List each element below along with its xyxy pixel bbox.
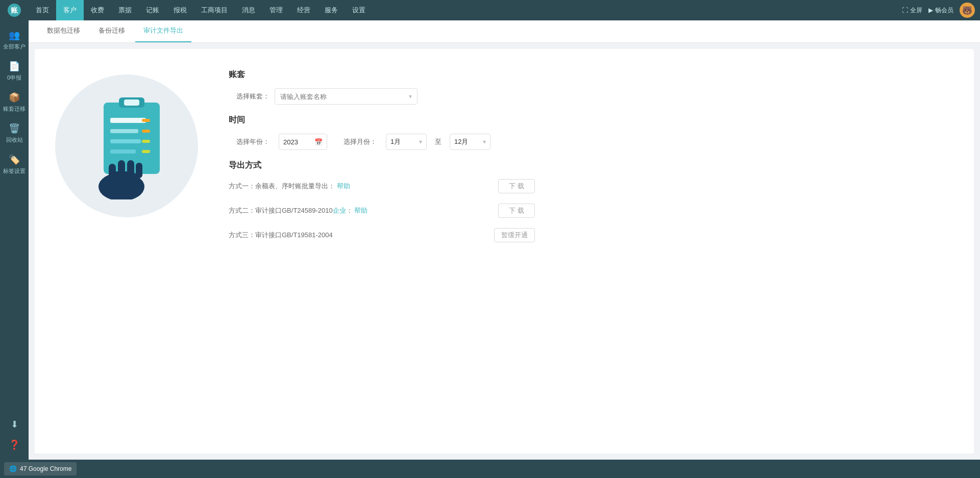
- nav-item-bookkeeping[interactable]: 记账: [139, 0, 166, 20]
- fullscreen-icon: ⛶: [902, 7, 908, 14]
- form-area: 账套 选择账套： ▾ 时间 选择年份： 📅: [229, 64, 535, 253]
- account-select-input[interactable]: ▾: [275, 88, 418, 105]
- sidebar-icon-tag-settings: 🏷️: [9, 154, 20, 165]
- sidebar-items: 👥全部客户📄0申报📦账套迁移🗑️回收站🏷️标签设置: [3, 24, 26, 180]
- nav-item-bizproject[interactable]: 工商项目: [194, 0, 235, 20]
- sidebar-label-account-migration: 账套迁移: [3, 105, 26, 113]
- sidebar-download-icon[interactable]: ⬇: [8, 416, 21, 433]
- svg-rect-16: [118, 160, 125, 178]
- sidebar-item-zero-filing[interactable]: 📄0申报: [3, 56, 26, 87]
- account-name-input[interactable]: [280, 93, 409, 100]
- illustration-svg: [81, 92, 173, 199]
- svg-rect-17: [127, 160, 134, 178]
- export-method-row-2: 方式二：审计接口GB/T24589-2010企业： 帮助 下 载: [229, 204, 535, 218]
- export-method-row-1: 方式一：余额表、序时账批量导出： 帮助 下 载: [229, 179, 535, 193]
- taskbar: 🌐 47 Google Chrome: [0, 460, 980, 478]
- nav-item-settings[interactable]: 设置: [345, 0, 373, 20]
- method2-text: 方式二：审计接口GB/T24589-2010: [229, 207, 333, 214]
- avatar[interactable]: 🐻: [960, 3, 975, 18]
- export-method-row-3: 方式三：审计接口GB/T19581-2004 暂缓开通: [229, 228, 535, 242]
- nav-item-operation[interactable]: 经营: [290, 0, 317, 20]
- export-section-title: 导出方式: [229, 160, 535, 171]
- main-layout: 👥全部客户📄0申报📦账套迁移🗑️回收站🏷️标签设置 ⬇ ❓ 数据包迁移 备份迁移…: [0, 20, 980, 460]
- nav-item-manage[interactable]: 管理: [262, 0, 290, 20]
- page-content: 账套 选择账套： ▾ 时间 选择年份： 📅: [35, 49, 974, 454]
- export-method-label-1: 方式一：余额表、序时账批量导出： 帮助: [229, 182, 498, 191]
- month-label: 选择月份：: [344, 137, 377, 146]
- sidebar-item-account-migration[interactable]: 📦账套迁移: [3, 87, 26, 118]
- sidebar-label-recycle: 回收站: [6, 136, 23, 144]
- time-row: 选择年份： 📅 选择月份： 1月 ▾ 至 12月 ▾: [229, 134, 535, 150]
- illustration-circle: [55, 74, 198, 217]
- chrome-label: 47 Google Chrome: [20, 465, 71, 472]
- top-nav-right: ⛶ 全屏 ▶ 畅会员 🐻: [902, 3, 975, 18]
- tab-data-migration[interactable]: 数据包迁移: [39, 20, 88, 42]
- illustration-area: [55, 74, 198, 217]
- member-btn[interactable]: ▶ 畅会员: [928, 6, 953, 15]
- calendar-icon: 📅: [314, 138, 323, 146]
- nav-item-invoice[interactable]: 票据: [111, 0, 139, 20]
- year-label: 选择年份：: [229, 137, 270, 146]
- method3-text: 方式三：审计接口GB/T19581-2004: [229, 231, 333, 239]
- sidebar-help-icon[interactable]: ❓: [6, 436, 23, 454]
- sidebar-item-all-clients[interactable]: 👥全部客户: [3, 24, 26, 56]
- export-method-label-3: 方式三：审计接口GB/T19581-2004: [229, 231, 494, 240]
- taskbar-chrome-item[interactable]: 🌐 47 Google Chrome: [4, 462, 77, 475]
- nav-item-message[interactable]: 消息: [235, 0, 262, 20]
- tab-audit-export[interactable]: 审计文件导出: [135, 20, 191, 42]
- month-end-value: 12月: [454, 137, 468, 146]
- fullscreen-label: 全屏: [910, 6, 922, 15]
- chrome-icon: 🌐: [9, 465, 17, 472]
- month-end-chevron-icon: ▾: [483, 138, 486, 145]
- account-chevron-icon: ▾: [409, 93, 412, 100]
- sidebar-label-zero-filing: 0申报: [7, 74, 21, 82]
- method3-coming-soon-btn[interactable]: 暂缓开通: [494, 228, 535, 242]
- method2-company-text: 企业: [333, 207, 346, 214]
- sidebar-icon-all-clients: 👥: [9, 30, 20, 41]
- sidebar-icon-zero-filing: 📄: [9, 61, 20, 72]
- method1-text: 方式一：余额表、序时账批量导出：: [229, 182, 335, 190]
- nav-item-fee[interactable]: 收费: [84, 0, 111, 20]
- tabs-bar: 数据包迁移 备份迁移 审计文件导出: [29, 20, 980, 43]
- method2-colon: ：: [346, 207, 353, 214]
- sidebar-icon-account-migration: 📦: [9, 92, 20, 103]
- nav-items: 首页客户收费票据记账报税工商项目消息管理经营服务设置: [29, 0, 902, 20]
- fullscreen-btn[interactable]: ⛶ 全屏: [902, 6, 922, 15]
- app-logo[interactable]: 账: [5, 1, 23, 19]
- account-section-title: 账套: [229, 69, 535, 80]
- sidebar-bottom: ⬇ ❓: [6, 416, 23, 460]
- year-input[interactable]: 📅: [279, 134, 327, 150]
- method1-help-link[interactable]: 帮助: [337, 182, 350, 190]
- svg-rect-12: [142, 150, 150, 153]
- export-method-label-2: 方式二：审计接口GB/T24589-2010企业： 帮助: [229, 206, 498, 215]
- month-end-select[interactable]: 12月 ▾: [450, 134, 491, 150]
- svg-rect-8: [142, 130, 150, 133]
- month-start-select[interactable]: 1月 ▾: [386, 134, 427, 150]
- content-area: 数据包迁移 备份迁移 审计文件导出: [29, 20, 980, 460]
- nav-item-service[interactable]: 服务: [317, 0, 345, 20]
- method2-help-link[interactable]: 帮助: [354, 207, 368, 214]
- top-nav: 账 首页客户收费票据记账报税工商项目消息管理经营服务设置 ⛶ 全屏 ▶ 畅会员 …: [0, 0, 980, 20]
- time-section-title: 时间: [229, 115, 535, 125]
- method2-download-btn[interactable]: 下 载: [498, 204, 535, 218]
- sidebar-item-tag-settings[interactable]: 🏷️标签设置: [3, 149, 26, 180]
- member-label: 畅会员: [935, 6, 953, 15]
- svg-rect-10: [142, 140, 150, 143]
- sidebar-icon-recycle: 🗑️: [9, 123, 20, 134]
- svg-rect-18: [136, 163, 142, 178]
- svg-rect-4: [124, 99, 139, 106]
- sidebar-item-recycle[interactable]: 🗑️回收站: [3, 118, 26, 149]
- nav-item-home[interactable]: 首页: [29, 0, 56, 20]
- account-select-label: 选择账套：: [229, 92, 270, 101]
- sidebar-label-all-clients: 全部客户: [3, 43, 26, 51]
- month-start-chevron-icon: ▾: [419, 138, 422, 145]
- tab-backup-migration[interactable]: 备份迁移: [90, 20, 133, 42]
- nav-item-client[interactable]: 客户: [56, 0, 84, 20]
- svg-rect-5: [110, 118, 146, 123]
- svg-rect-15: [109, 164, 116, 179]
- nav-item-tax[interactable]: 报税: [166, 0, 194, 20]
- sidebar: 👥全部客户📄0申报📦账套迁移🗑️回收站🏷️标签设置 ⬇ ❓: [0, 20, 29, 460]
- year-value-input[interactable]: [283, 138, 311, 146]
- sidebar-label-tag-settings: 标签设置: [3, 167, 26, 175]
- method1-download-btn[interactable]: 下 载: [498, 179, 535, 193]
